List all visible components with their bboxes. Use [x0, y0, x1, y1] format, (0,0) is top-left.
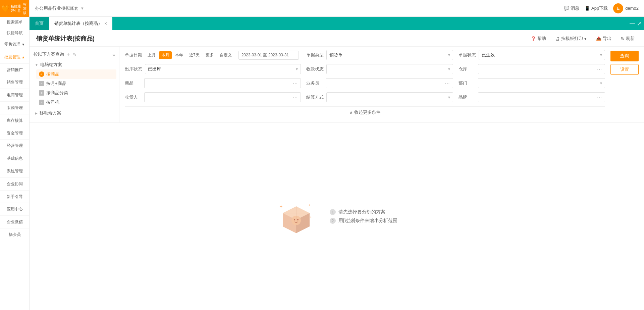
empty-illustration: ✦ ✦ ✦ — [276, 196, 316, 237]
settlement-select[interactable]: ▾ — [326, 92, 453, 102]
sidebar-item-appcenter[interactable]: 应用中心 — [0, 203, 29, 216]
salesperson-dots-icon: ··· — [445, 81, 450, 86]
help-button[interactable]: ❓ 帮助 — [528, 34, 549, 43]
sidebar-item-member[interactable]: 畅会员 — [0, 228, 29, 241]
app-download-button[interactable]: 📱 App下载 — [585, 5, 608, 11]
user-profile-button[interactable]: E demo2 — [613, 3, 639, 13]
export-icon: 📤 — [596, 36, 601, 41]
salesperson-input[interactable]: ··· — [326, 78, 453, 88]
sidebar-item-newuser[interactable]: 新手引导 — [0, 191, 29, 203]
doc-status-field: 单据状态 已生效 ▾ — [459, 50, 605, 60]
doc-status-select[interactable]: 已生效 ▾ — [479, 50, 605, 60]
date-tab-custom[interactable]: 自定义 — [217, 51, 234, 59]
top-header: 办公用品行业模拟账套 ▾ 💬 消息 📱 App下载 E demo2 — [30, 0, 644, 17]
print-button[interactable]: 🖨 按模板打印 ▾ — [553, 34, 589, 43]
settings-button[interactable]: 设置 — [610, 64, 639, 75]
sidebar-item-wholesale[interactable]: 批发管理 ▲ — [0, 51, 29, 64]
sidebar-item-finance[interactable]: 资金管理 — [0, 127, 29, 140]
sidebar-item-retail[interactable]: 零售管理 ▼ — [0, 38, 29, 51]
sidebar-item-sales[interactable]: 销售管理 — [0, 76, 29, 89]
scheme-item-by-goods[interactable]: ✓ 按商品 — [36, 69, 116, 79]
search-menu-item[interactable]: 搜索菜单 — [0, 17, 29, 28]
tab-sales-stats[interactable]: 销货单统计表（按商品） × — [49, 17, 112, 30]
doc-type-dropdown-icon: ▾ — [448, 53, 450, 57]
messages-button[interactable]: 💬 消息 — [564, 5, 579, 11]
pc-scheme-group-header[interactable]: ▼ 电脑端方案 — [32, 60, 116, 69]
mobile-scheme-group-header[interactable]: ▶ 移动端方案 — [32, 108, 116, 118]
recipient-input[interactable]: ··· — [144, 92, 301, 102]
expand-tab-icon[interactable]: ⤢ — [637, 20, 641, 27]
filter-collapse-area: ∧ 收起更多条件 — [125, 106, 605, 119]
scheme-active-icon: ✓ — [39, 71, 44, 77]
collection-select[interactable]: ▾ — [326, 64, 453, 74]
department-dropdown-icon: ▾ — [600, 81, 602, 86]
collapse-filter-button[interactable]: ∧ 收起更多条件 — [350, 109, 380, 115]
print-dropdown-icon: ▾ — [584, 36, 587, 41]
hint-2-badge: 2 — [330, 218, 336, 224]
scheme-month-goods-icon: ≡ — [39, 81, 44, 86]
sidebar-item-operations[interactable]: 经营管理 — [0, 140, 29, 152]
sidebar-item-purchase[interactable]: 采购管理 — [0, 102, 29, 114]
date-tab-this-month[interactable]: 本月 — [159, 51, 172, 59]
brand-label: 品牌 — [459, 94, 475, 100]
tab-home[interactable]: 首页 — [30, 17, 49, 30]
svg-point-5 — [297, 219, 299, 220]
out-status-select[interactable]: 已出库 ▾ — [145, 64, 301, 74]
sidebar-item-system[interactable]: 系统管理 — [0, 165, 29, 178]
close-tab-icon[interactable]: × — [104, 21, 107, 26]
sidebar-item-basic-info[interactable]: 基础信息 — [0, 152, 29, 165]
sidebar-item-enterprise[interactable]: 企业协同 — [0, 178, 29, 191]
date-tab-last-month[interactable]: 上月 — [145, 51, 158, 59]
brand-dots-icon: ··· — [597, 95, 602, 100]
scheme-item-goods-category[interactable]: ≡ 按商品分类 — [36, 88, 116, 98]
department-field: 部门 ▾ — [459, 78, 605, 88]
minimize-tab-icon[interactable]: — — [630, 20, 635, 27]
warehouse-dots-icon: ··· — [597, 66, 602, 72]
date-field: 单据日期 上月 本月 本年 近7天 更多 自定义 — [125, 51, 301, 60]
sidebar-item-ecommerce[interactable]: 电商管理 — [0, 89, 29, 102]
scheme-panel: 按以下方案查询 + ✎ « ▼ 电脑端方案 — [30, 47, 119, 122]
add-scheme-icon[interactable]: + — [67, 51, 70, 57]
date-tab-this-year[interactable]: 本年 — [172, 51, 186, 59]
doc-type-field: 单据类型 销货单 ▾ — [306, 50, 453, 60]
scheme-item-month-goods[interactable]: ≡ 按月+商品 — [36, 79, 116, 88]
date-range-input[interactable]: 2023-03-01 至 2023-03-31 — [238, 51, 299, 60]
wholesale-arrow-icon: ▲ — [21, 55, 25, 60]
empty-state-area: ✦ ✦ ✦ 1 请先选择要分析的方案 2 用[过滤]条件来缩小分析范围 — [30, 123, 644, 310]
warehouse-input[interactable]: ··· — [478, 64, 605, 74]
quick-nav-item[interactable]: 快捷导航 — [0, 28, 29, 38]
recipient-field: 收货人 ··· — [125, 92, 301, 102]
refresh-button[interactable]: ↻ 刷新 — [618, 34, 637, 43]
department-select[interactable]: ▾ — [478, 78, 605, 88]
page-content: 销货单统计表(按商品) ❓ 帮助 🖨 按模板打印 ▾ 📤 导出 ↻ 刷新 — [30, 30, 644, 310]
goods-input[interactable]: ··· — [144, 78, 301, 88]
tab-bar: 首页 销货单统计表（按商品） × — ⤢ — [30, 17, 644, 30]
sidebar-item-inventory[interactable]: 库存核算 — [0, 114, 29, 127]
settlement-label: 结算方式 — [306, 94, 324, 100]
export-button[interactable]: 📤 导出 — [593, 34, 614, 43]
sidebar-logo: 🧡 畅捷通好生意 标准版 — [0, 0, 29, 17]
date-tab-7days[interactable]: 近7天 — [186, 51, 202, 59]
doc-type-select[interactable]: 销货单 ▾ — [326, 50, 453, 60]
svg-point-4 — [294, 219, 295, 220]
collection-field: 收款状态 ▾ — [306, 64, 453, 74]
date-tab-more[interactable]: 更多 — [203, 51, 216, 59]
tab-bar-actions: — ⤢ — [630, 20, 644, 27]
date-tabs: 上月 本月 本年 近7天 更多 自定义 — [145, 51, 234, 59]
page-header-actions: ❓ 帮助 🖨 按模板打印 ▾ 📤 导出 ↻ 刷新 — [528, 34, 637, 43]
sidebar-item-wechat[interactable]: 企业微信 — [0, 216, 29, 228]
collection-label: 收款状态 — [306, 66, 324, 72]
goods-label: 商品 — [125, 80, 142, 86]
download-icon: 📱 — [585, 6, 590, 11]
collapse-scheme-icon[interactable]: « — [112, 52, 115, 57]
scheme-item-driver[interactable]: ≡ 按司机 — [36, 98, 116, 107]
empty-hint-1: 1 请先选择要分析的方案 — [330, 209, 397, 215]
sidebar-item-marketing[interactable]: 营销推广 — [0, 64, 29, 76]
industry-dropdown-icon[interactable]: ▾ — [81, 6, 84, 11]
edit-scheme-icon[interactable]: ✎ — [72, 52, 76, 57]
warehouse-label: 仓库 — [459, 66, 475, 72]
brand-input[interactable]: ··· — [478, 92, 605, 102]
query-button[interactable]: 查询 — [610, 51, 639, 61]
recipient-label: 收货人 — [125, 94, 142, 100]
sidebar: 🧡 畅捷通好生意 标准版 搜索菜单 快捷导航 零售管理 ▼ 批发管理 ▲ 营销推… — [0, 0, 30, 310]
